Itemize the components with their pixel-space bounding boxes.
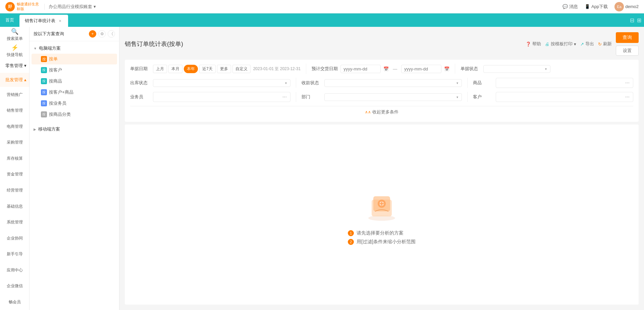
quick-nav-icon: ⚡: [11, 44, 18, 51]
salesperson-more-btn[interactable]: ···: [282, 94, 287, 100]
ship-status-select[interactable]: ▾: [153, 79, 290, 87]
salesperson-select[interactable]: ···: [153, 92, 290, 102]
help-icon: ❓: [526, 42, 531, 47]
by-salesperson-icon: 按: [41, 100, 47, 106]
empty-tips: 1 请先选择要分析的方案 2 用[过滤]条件来缩小分析范围: [348, 230, 416, 245]
page-header: 销售订单统计表(按单) ❓ 帮助 🖨 按模板打印 ▾ ↗ 导出: [125, 32, 639, 56]
top-bar: 好 畅捷通好生意 标版 办公用品行业模拟账套 ▾ 💬 消息 📱 App下载 Ea…: [0, 0, 644, 13]
sidebar-item-sys-mgmt[interactable]: 系统管理: [0, 214, 29, 230]
status-select[interactable]: ▾: [483, 65, 550, 73]
sidebar-item-search-menu[interactable]: 🔍 搜索菜单: [0, 27, 29, 43]
setting-scheme-btn[interactable]: ⚙: [98, 30, 106, 38]
filter-status: 单据状态 ▾: [461, 65, 633, 73]
empty-svg: [362, 186, 402, 223]
add-scheme-btn[interactable]: +: [89, 30, 96, 38]
page-title: 销售订单统计表(按单): [125, 40, 183, 48]
date-cal-start-icon[interactable]: 📅: [383, 66, 389, 71]
receipt-select-arrow-icon: ▾: [457, 81, 458, 85]
filter-divider-6: [467, 92, 468, 102]
app-download-btn[interactable]: 📱 App下载: [585, 4, 608, 10]
date-btn-this-month[interactable]: 本月: [168, 65, 182, 73]
filter-row-2: 出库状态 ▾ 收款状态 ▾: [130, 78, 633, 88]
expected-date-label: 预计交货日期: [312, 66, 338, 72]
sidebar-item-finance-mgmt[interactable]: 资金管理: [0, 166, 29, 183]
sidebar-item-purchase-mgmt[interactable]: 采购管理: [0, 135, 29, 151]
user-avatar[interactable]: Ea demo2: [614, 2, 639, 11]
sidebar-item-ecom-mgmt[interactable]: 电商管理: [0, 119, 29, 135]
tree-child-by-cust-goods[interactable]: 按 按客户+商品: [32, 87, 117, 98]
sidebar-item-basic-info[interactable]: 基础信息: [0, 198, 29, 214]
date-cal-end-icon[interactable]: 📅: [444, 66, 449, 71]
sidebar-item-new-guide[interactable]: 新手引导: [0, 246, 29, 262]
sidebar-item-member[interactable]: 畅会员: [0, 294, 29, 310]
filter-date: 单据日期 上月 本月 本年 近7天 更多 自定义 2023-01-01 至 20…: [130, 65, 301, 73]
tip-2-text: 用[过滤]条件来缩小分析范围: [357, 239, 416, 245]
empty-illustration: [358, 185, 405, 225]
sidebar-item-enterprise-collab[interactable]: 企业协同: [0, 230, 29, 246]
setting-btn[interactable]: 设置: [616, 46, 639, 56]
tab-close-icon[interactable]: ✕: [57, 18, 63, 23]
by-customer-icon: 按: [41, 67, 47, 73]
tree-section-mobile: ▶ 移动端方案: [30, 122, 119, 136]
logo-area[interactable]: 好 畅捷通好生意 标版: [5, 2, 39, 11]
help-btn[interactable]: ❓ 帮助: [526, 41, 541, 47]
logo-text: 畅捷通好生意 标版: [17, 2, 39, 11]
goods-more-btn[interactable]: ···: [625, 80, 630, 86]
collapse-panel-btn[interactable]: 《: [108, 30, 115, 38]
goods-select[interactable]: ···: [496, 78, 633, 88]
date-separator: —: [393, 66, 397, 71]
sidebar-item-wholesale-mgmt[interactable]: 批发管理 ▴: [0, 73, 29, 87]
tree-child-by-customer[interactable]: 按 按客户: [32, 65, 117, 75]
date-btn-last-7[interactable]: 近7天: [199, 65, 216, 73]
refresh-btn[interactable]: ↻ 刷新: [598, 41, 612, 47]
query-setting-group: 查询 设置: [616, 32, 639, 56]
sidebar-item-sales-mgmt[interactable]: 销售管理: [0, 103, 29, 119]
date-btn-this-year[interactable]: 本年: [184, 65, 198, 73]
dept-select-arrow-icon: ▾: [457, 95, 458, 99]
expected-date-end[interactable]: [401, 65, 441, 73]
tab-expand-icon[interactable]: ⊞: [637, 17, 641, 23]
sidebar-item-retail-mgmt[interactable]: 零售管理 ▾: [0, 59, 29, 73]
date-btn-custom[interactable]: 自定义: [232, 65, 251, 73]
tree-child-by-salesperson[interactable]: 按 按业务员: [32, 98, 117, 109]
collapse-bar[interactable]: ∧∧ 收起更多条件: [130, 106, 633, 118]
tree-child-by-goods-cat[interactable]: 按 按商品分类: [32, 109, 117, 120]
tree-collapse-arrow-icon: ▶: [34, 127, 36, 131]
sidebar-item-quick-nav[interactable]: ⚡ 快捷导航: [0, 43, 29, 59]
dropdown-arrow-icon[interactable]: ▾: [94, 4, 96, 9]
expected-date-start[interactable]: [340, 65, 381, 73]
sidebar-item-app-center[interactable]: 应用中心: [0, 262, 29, 278]
export-btn[interactable]: ↗ 导出: [580, 41, 594, 47]
customer-select[interactable]: ···: [496, 92, 633, 102]
status-label: 单据状态: [461, 66, 481, 72]
tree-child-by-order[interactable]: 按 按单: [32, 54, 117, 64]
date-btn-more[interactable]: 更多: [217, 65, 231, 73]
tree-parent-desktop[interactable]: ▼ 电脑端方案: [30, 43, 119, 53]
tab-minimize-icon[interactable]: ⊟: [630, 17, 634, 23]
tip-1-num: 1: [348, 230, 354, 236]
tree-section-desktop: ▼ 电脑端方案 按 按单 按 按客户 按 按商品 按 按客户+商品: [30, 41, 119, 122]
sidebar-item-marketing[interactable]: 营销推广: [0, 87, 29, 103]
logo-icon: 好: [5, 2, 15, 11]
tab-bar: 首页 销售订单统计表 ✕ ⊟ ⊞: [0, 13, 644, 27]
filter-customer: 客户 ···: [473, 92, 633, 102]
dept-label: 部门: [302, 94, 322, 100]
dept-select[interactable]: ▾: [324, 93, 462, 101]
customer-label: 客户: [473, 94, 493, 100]
query-btn[interactable]: 查询: [616, 32, 639, 43]
sidebar-item-enterprise-wechat[interactable]: 企业微信: [0, 278, 29, 294]
customer-more-btn[interactable]: ···: [625, 94, 630, 100]
tab-home[interactable]: 首页: [0, 13, 19, 27]
tab-sales-stat[interactable]: 销售订单统计表 ✕: [19, 15, 68, 27]
date-btn-last-month[interactable]: 上月: [153, 65, 167, 73]
sidebar-item-ops-mgmt[interactable]: 经营管理: [0, 183, 29, 199]
sidebar-item-inventory[interactable]: 库存核算: [0, 151, 29, 167]
message-btn[interactable]: 💬 消息: [562, 4, 578, 10]
template-print-btn[interactable]: 🖨 按模板打印 ▾: [545, 41, 576, 47]
tree-child-by-goods[interactable]: 按 按商品: [32, 76, 117, 87]
receipt-status-select[interactable]: ▾: [324, 79, 462, 87]
export-icon: ↗: [580, 42, 584, 47]
phone-icon: 📱: [585, 4, 590, 9]
status-select-arrow-icon: ▾: [545, 67, 547, 71]
tree-parent-mobile[interactable]: ▶ 移动端方案: [30, 124, 119, 134]
